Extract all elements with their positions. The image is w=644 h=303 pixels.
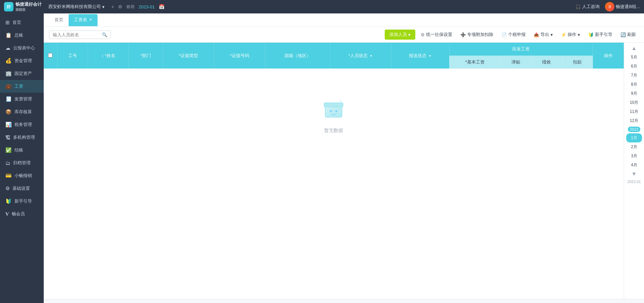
- home-icon: ⊞: [5, 19, 10, 26]
- headset-icon: 🎧: [575, 4, 581, 9]
- th-name[interactable]: ↕ *姓名: [88, 43, 129, 69]
- sidebar-item-tax[interactable]: 📊 税务管理: [0, 118, 44, 131]
- th-checkbox[interactable]: [44, 43, 57, 69]
- export-btn[interactable]: 📤 导出 ▾: [531, 30, 556, 39]
- sidebar-label-expense: 小畅报销: [14, 173, 32, 179]
- empty-state: ✦ ✦ ✦ 暂无数据: [44, 69, 624, 161]
- sidebar-item-fund[interactable]: 💰 资金管理: [0, 54, 44, 67]
- sidebar-item-ledger[interactable]: 📋 总账: [0, 29, 44, 42]
- svg-point-3: [335, 110, 337, 112]
- search-wrap: 🔍: [49, 31, 111, 39]
- search-input[interactable]: [53, 32, 100, 37]
- income-tax-btn[interactable]: 📄 个税申报: [499, 30, 528, 39]
- period-month-2022-07[interactable]: 7月: [624, 71, 644, 80]
- refresh-btn[interactable]: 🔄 刷新: [618, 30, 639, 39]
- company-name: 西安虾米网络科技有限公司: [48, 4, 101, 10]
- period-down-nav[interactable]: ▼: [630, 170, 638, 178]
- th-nationality: 国籍（地区）: [265, 43, 330, 69]
- sidebar-item-cloud-report[interactable]: ☁ 云报表中心: [0, 42, 44, 54]
- tab-salary-table[interactable]: 工资表 ✕: [69, 14, 98, 26]
- sidebar-item-member[interactable]: V 畅会员: [0, 208, 44, 220]
- logo-icon: 好: [4, 2, 13, 11]
- sidebar-item-archive[interactable]: 🗂 归档管理: [0, 157, 44, 169]
- special-deduction-icon: ➕: [460, 32, 466, 37]
- svg-rect-1: [324, 103, 343, 107]
- period-month-2023-02[interactable]: 2月: [624, 142, 644, 152]
- empty-icon: ✦ ✦ ✦: [320, 95, 347, 122]
- header-actions: 🎧 人工咨询 B 畅捷通B组...: [575, 2, 640, 11]
- guide-icon: 🔰: [5, 198, 12, 204]
- period-month-2023-03[interactable]: 3月: [624, 152, 644, 161]
- th-action: 操作: [593, 43, 624, 69]
- period-month-2022-12[interactable]: 12月: [624, 116, 644, 125]
- sidebar-item-home[interactable]: ⊞ 首页: [0, 16, 44, 29]
- settings-icon[interactable]: ⚙: [118, 4, 122, 9]
- period-month-2022-05[interactable]: 5月: [624, 53, 644, 62]
- human-service-btn[interactable]: 🎧 人工咨询: [575, 4, 600, 10]
- sidebar-item-inventory[interactable]: 📦 库存核算: [0, 105, 44, 118]
- operate-icon: ⚡: [561, 32, 566, 37]
- fund-icon: 💰: [5, 58, 12, 64]
- tab-close-icon[interactable]: ✕: [89, 17, 92, 22]
- new-guide-btn[interactable]: 🔰 新手引导: [585, 30, 615, 39]
- logo-sub: 旗舰版: [15, 7, 42, 12]
- tab-home[interactable]: 首页: [49, 14, 69, 26]
- period-month-2022-11[interactable]: 11月: [624, 107, 644, 116]
- company-selector[interactable]: 西安虾米网络科技有限公司 ▾: [46, 2, 107, 11]
- add-icon[interactable]: +: [111, 4, 114, 9]
- svg-rect-0: [325, 105, 342, 117]
- th-emp-status[interactable]: *人员状态 ▼: [330, 43, 391, 69]
- expense-icon: 💳: [5, 173, 12, 179]
- sidebar-label-closing: 结账: [14, 147, 23, 153]
- sidebar-label-invoice: 发票管理: [14, 96, 32, 102]
- operate-dropdown-icon: ▾: [578, 32, 580, 37]
- sidebar-item-multi-org[interactable]: 🏗 多机构管理: [0, 131, 44, 144]
- sidebar-item-guide[interactable]: 🔰 新手引导: [0, 195, 44, 208]
- company-dropdown-icon: ▾: [102, 4, 105, 9]
- period-month-2023-01[interactable]: 1月: [626, 133, 642, 142]
- user-area[interactable]: B 畅捷通B组...: [605, 2, 640, 11]
- add-person-button[interactable]: 添加人员 ▾: [385, 30, 415, 40]
- salary-icon: 💼: [5, 83, 12, 89]
- salary-table-wrap[interactable]: 工号 ↕ *姓名 *部门 *证据类型 *证据号码 国籍（地区） *人员状态 ▼: [44, 43, 624, 299]
- sidebar-item-closing[interactable]: ✅ 结账: [0, 144, 44, 157]
- select-all-checkbox[interactable]: [48, 53, 52, 57]
- period-panel: ▲ 2022 5月 6月 7月 8月 9月 10月 11月 12月 2023 1…: [624, 43, 644, 299]
- sidebar-item-invoice[interactable]: 🧾 发票管理: [0, 93, 44, 105]
- sidebar-item-fixed-assets[interactable]: 🏢 固定资产: [0, 67, 44, 80]
- period-month-2022-08[interactable]: 8月: [624, 80, 644, 89]
- period-month-2022-10[interactable]: 10月: [624, 98, 644, 107]
- export-dropdown-icon: ▾: [551, 32, 553, 37]
- export-icon: 📤: [534, 32, 539, 37]
- sidebar-label-inventory: 库存核算: [14, 109, 32, 115]
- special-deduction-btn[interactable]: ➕ 专项附加扣除: [458, 30, 496, 39]
- period-up-nav[interactable]: ▲: [630, 44, 638, 53]
- add-person-dropdown-icon: ▾: [408, 32, 411, 37]
- period-month-2023-04[interactable]: 4月: [624, 161, 644, 170]
- main-layout: ⊞ 首页 📋 总账 ☁ 云报表中心 💰 资金管理 🏢 固定资产 💼 工资 🧾 发…: [0, 13, 644, 303]
- horizontal-scrollbar-area: [44, 299, 644, 303]
- calendar-icon[interactable]: 📅: [159, 4, 164, 9]
- th-report-status[interactable]: 报送状态 ▼: [391, 43, 449, 69]
- archive-icon: 🗂: [5, 160, 10, 166]
- sidebar-label-home: 首页: [12, 19, 21, 26]
- period-month-2022-09[interactable]: 9月: [624, 89, 644, 98]
- sidebar-item-expense[interactable]: 💳 小畅报销: [0, 169, 44, 182]
- sidebar-item-salary[interactable]: 💼 工资: [0, 80, 44, 93]
- basic-settings-icon: ⚙: [5, 185, 10, 191]
- operate-btn[interactable]: ⚡ 操作 ▾: [558, 30, 583, 39]
- social-security-btn[interactable]: ⚙ 统一社保设置: [418, 30, 455, 39]
- top-header: 好 畅捷通好会计 旗舰版 西安虾米网络科技有限公司 ▾ + ⚙ 账期 2023-…: [0, 0, 644, 13]
- tab-salary-table-label: 工资表: [74, 17, 87, 23]
- member-icon: V: [5, 211, 9, 217]
- period-label: 账期: [126, 4, 135, 10]
- fixed-assets-icon: 🏢: [5, 71, 12, 77]
- sidebar: ⊞ 首页 📋 总账 ☁ 云报表中心 💰 资金管理 🏢 固定资产 💼 工资 🧾 发…: [0, 13, 44, 303]
- cloud-icon: ☁: [5, 45, 10, 51]
- th-dept: *部门: [129, 43, 163, 69]
- svg-point-2: [330, 110, 332, 112]
- period-value[interactable]: 2023-01: [139, 4, 155, 9]
- sidebar-item-settings[interactable]: ⚙ 基础设置: [0, 182, 44, 195]
- period-month-2022-06[interactable]: 6月: [624, 62, 644, 71]
- salary-table-body: ✦ ✦ ✦ 暂无数据: [44, 69, 624, 161]
